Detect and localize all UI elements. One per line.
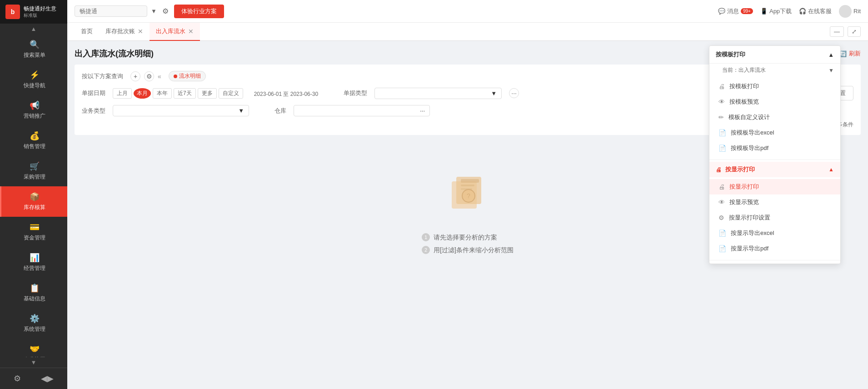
- topbar-dropdown-toggle[interactable]: ▼: [151, 8, 157, 15]
- display-section-icon: 🖨: [716, 166, 722, 173]
- sidebar-item-marketing[interactable]: 📢 营销推广: [0, 95, 67, 125]
- dropdown-item-label: 按显示预览: [729, 198, 759, 206]
- date-range: 2023-06-01 至 2023-06-30: [254, 90, 318, 98]
- messages-badge: 99+: [741, 8, 753, 14]
- display-section-chevron: ▲: [828, 166, 834, 173]
- dropdown-item-template-export-excel[interactable]: 📄 按模板导出excel: [709, 125, 840, 140]
- dropdown-divider: [709, 160, 840, 160]
- tab-flow[interactable]: 出入库流水 ✕: [150, 23, 200, 41]
- sidebar-item-basic[interactable]: 📋 基础信息: [0, 278, 67, 308]
- date-btn-more[interactable]: 更多: [198, 88, 217, 99]
- dropdown-item-template-export-pdf[interactable]: 📄 按模板导出pdf: [709, 140, 840, 156]
- filter-tag[interactable]: 流水明细: [169, 71, 206, 81]
- empty-hints: 1 请先选择要分析的方案 2 用[过滤]条件来缩小分析范围: [422, 231, 514, 256]
- sidebar-scroll-down[interactable]: ▼: [0, 357, 67, 368]
- dropdown-header-chevron-up: ▲: [828, 51, 834, 58]
- dropdown-item-template-custom[interactable]: ✏ 模板自定义设计: [709, 110, 840, 125]
- tab-flow-close[interactable]: ✕: [188, 28, 194, 35]
- page-title: 出入库流水(流水明细): [75, 48, 154, 59]
- date-btn-custom[interactable]: 自定义: [219, 88, 243, 99]
- tab-minimize-btn[interactable]: —: [830, 26, 844, 37]
- add-filter-btn[interactable]: +: [130, 71, 140, 81]
- display-settings-icon: ⚙: [718, 214, 724, 221]
- sidebar-item-search[interactable]: 🔍 搜索菜单: [0, 34, 67, 65]
- dropdown-item-display-export-excel[interactable]: 📄 按显示导出excel: [709, 225, 840, 241]
- warehouse-dropdown[interactable]: ···: [294, 105, 430, 116]
- hint-num-2: 2: [422, 246, 430, 254]
- tabs-bar: 首页 库存批次账 ✕ 出入库流水 ✕ — ⤢: [67, 23, 868, 41]
- industry-btn[interactable]: 体验行业方案: [174, 5, 224, 18]
- business-type-dropdown[interactable]: ▼: [113, 105, 249, 116]
- sidebar-item-operation[interactable]: 📊 经营管理: [0, 247, 67, 278]
- tab-flow-label: 出入库流水: [156, 27, 185, 35]
- tab-batch-label: 库存批次账: [105, 27, 135, 35]
- sidebar-item-label: 销售管理: [24, 143, 45, 150]
- tab-batch[interactable]: 库存批次账 ✕: [99, 23, 150, 41]
- preview-icon: 👁: [718, 98, 725, 105]
- messages-label: 消息: [727, 7, 739, 15]
- dropdown-item-display-print[interactable]: 🖨 按显示打印: [709, 179, 840, 194]
- tab-home[interactable]: 首页: [75, 23, 99, 41]
- tab-batch-close[interactable]: ✕: [138, 28, 143, 35]
- topbar-search-input[interactable]: [75, 5, 147, 17]
- system-icon: ⚙️: [30, 314, 40, 324]
- operation-icon: 📊: [30, 253, 40, 263]
- sidebar-item-system[interactable]: ⚙️ 系统管理: [0, 308, 67, 339]
- warehouse-more-icon: ···: [420, 107, 425, 114]
- basic-icon: 📋: [30, 283, 40, 293]
- date-btn-7days[interactable]: 近7天: [174, 88, 196, 99]
- dropdown-item-label: 按模板导出excel: [731, 129, 774, 137]
- avatar: [839, 5, 852, 18]
- app-download-item[interactable]: 📱 App下载: [760, 7, 792, 15]
- date-btn-this-month[interactable]: 本月: [134, 88, 151, 99]
- display-section: 🖨 按显示打印 👁 按显示预览 ⚙ 按显示打印设置 📄 按显示导出excel 📄…: [709, 177, 840, 258]
- collapse-filter-btn[interactable]: «: [158, 73, 161, 80]
- dropdown-header: 按模板打印 ▲: [709, 46, 840, 64]
- sidebar-item-purchase[interactable]: 🛒 采购管理: [0, 156, 67, 186]
- purchase-icon: 🛒: [30, 161, 40, 171]
- sidebar-item-inventory[interactable]: 📦 库存核算: [0, 186, 67, 217]
- online-service-item[interactable]: 🎧 在线客服: [799, 7, 832, 15]
- voucher-type-dropdown[interactable]: ▼: [374, 88, 502, 99]
- dropdown-current: 当前：出入库流水 ▼: [709, 64, 840, 77]
- user-item[interactable]: Rit: [839, 5, 861, 18]
- date-btn-this-year[interactable]: 本年: [153, 88, 172, 99]
- sidebar-item-label: 系统管理: [24, 325, 45, 333]
- dropdown-item-display-preview[interactable]: 👁 按显示预览: [709, 194, 840, 210]
- collapse-sidebar-icon[interactable]: ◀▶: [41, 374, 54, 384]
- dropdown-item-label: 按模板导出pdf: [731, 144, 768, 152]
- refresh-btn[interactable]: 🔄 刷新: [839, 50, 861, 58]
- voucher-type-chevron-down: ▼: [491, 90, 497, 97]
- tab-home-label: 首页: [81, 27, 93, 35]
- hint-item-1: 1 请先选择要分析的方案: [422, 231, 514, 244]
- export-pdf-icon: 📄: [718, 145, 726, 152]
- dropdown-item-label: 模板自定义设计: [728, 113, 770, 121]
- sidebar-item-finance[interactable]: 💳 资金管理: [0, 217, 67, 247]
- dropdown-footer[interactable]: ⚙ 设置默认功能 ▼: [709, 262, 840, 264]
- dropdown-scroll: 当前：出入库流水 ▼ 🖨 按模板打印 👁 按模板预览 ✏ 模板自定义设计 📄 按…: [709, 64, 840, 264]
- dropdown-item-display-export-pdf[interactable]: 📄 按显示导出pdf: [709, 241, 840, 256]
- dropdown-item-template-print[interactable]: 🖨 按模板打印: [709, 79, 840, 94]
- svg-rect-2: [461, 179, 479, 183]
- headset-icon: 🎧: [799, 8, 806, 15]
- sidebar-item-sales[interactable]: 💰 销售管理: [0, 125, 67, 156]
- settings-icon[interactable]: ⚙: [14, 374, 21, 384]
- tab-maximize-btn[interactable]: ⤢: [848, 26, 861, 37]
- topbar-gear-icon[interactable]: ⚙: [162, 7, 169, 15]
- voucher-type-more[interactable]: ···: [509, 88, 519, 98]
- business-type-label: 业务类型: [82, 107, 105, 115]
- dropdown-item-display-settings[interactable]: ⚙ 按显示打印设置: [709, 210, 840, 225]
- display-section-header[interactable]: 🖨 按显示打印 ▲: [709, 162, 840, 177]
- print-dropdown-panel: 按模板打印 ▲ 当前：出入库流水 ▼ 🖨 按模板打印 👁 按模板预览 ✏ 模板自…: [709, 45, 841, 264]
- dropdown-item-template-preview[interactable]: 👁 按模板预览: [709, 94, 840, 110]
- display-export-pdf-icon: 📄: [718, 245, 726, 252]
- date-btn-last-month[interactable]: 上月: [113, 88, 132, 99]
- export-excel-icon: 📄: [718, 129, 726, 136]
- settings-filter-btn[interactable]: ⚙: [144, 71, 154, 81]
- sidebar-scroll-up[interactable]: ▲: [0, 24, 67, 34]
- hint-num-1: 1: [422, 233, 430, 241]
- display-preview-icon: 👁: [718, 199, 725, 206]
- sidebar-item-quicknav[interactable]: ⚡ 快捷导航: [0, 65, 67, 95]
- sidebar-item-collab[interactable]: 🤝 企业协同: [0, 339, 67, 357]
- messages-item[interactable]: 💬 消息 99+: [718, 7, 753, 15]
